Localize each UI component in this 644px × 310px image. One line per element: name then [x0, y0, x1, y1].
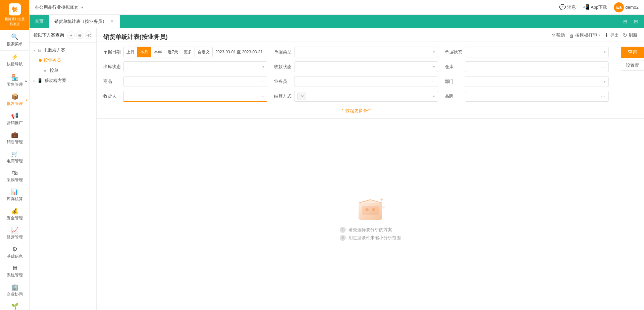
collapse-btn[interactable]: ⌃ 收起更多条件	[103, 106, 609, 114]
date-tab-this-month[interactable]: 本月	[137, 47, 151, 57]
sidebar-nav: 🏪 零售管理 ▸ 📦 批发管理 ▾ 📢 营销推广 💼 销售管理 🛒 电商管理 🛍…	[0, 70, 29, 310]
template-print-label: 按模板打印	[575, 32, 597, 38]
template-print-btn[interactable]: 🖨 按模板打印 ▾	[569, 32, 600, 38]
search-menu[interactable]: 🔍 搜索菜单	[0, 30, 29, 51]
date-tab-last-7[interactable]: 近7天	[165, 47, 181, 57]
tab-close-icon[interactable]: ✕	[109, 19, 115, 24]
tab-minimize-btn[interactable]: ⊟	[621, 17, 629, 25]
ecommerce-label: 电商管理	[7, 158, 23, 164]
filter-row-2: 出库状态 ▾ 收款状态 ▾	[103, 61, 609, 72]
doc-status-arrow-icon: ▾	[604, 50, 606, 54]
settings-btn[interactable]: 设置置	[621, 60, 644, 71]
app-download-btn[interactable]: 📲 App下载	[583, 4, 607, 10]
message-icon: 💬	[559, 4, 566, 10]
tab-sales-stat-label: 销货单统计表（按业务员）	[54, 18, 107, 24]
settlement-clear-tag[interactable]: ✕	[297, 93, 306, 100]
sidebar-item-basic[interactable]: ⚙ 基础信息	[0, 243, 29, 262]
sidebar-item-quick-nav[interactable]: ⚡ 快捷导航	[0, 51, 29, 70]
sidebar-item-purchase[interactable]: 🛍 采购管理	[0, 167, 29, 186]
export-icon: ⬇	[604, 32, 609, 38]
filter-doc-status: 单据状态 ▾	[445, 47, 609, 57]
collapse-panel-btn[interactable]: ≪	[85, 32, 92, 39]
doc-type-label: 单据类型	[274, 49, 291, 55]
date-tab-custom[interactable]: 自定义	[195, 47, 213, 57]
refresh-btn[interactable]: ↻ 刷新	[623, 32, 637, 38]
newbie-icon: 🌱	[11, 303, 18, 310]
message-btn[interactable]: 💬 消息	[559, 4, 576, 10]
svg-point-3	[372, 208, 375, 211]
tab-expand-btn[interactable]: ⊞	[632, 17, 640, 25]
out-status-select[interactable]: ▾	[123, 61, 267, 72]
query-btn[interactable]: 查询	[621, 47, 644, 58]
doc-type-select[interactable]: ▾	[294, 47, 438, 57]
warehouse-select[interactable]: ···	[465, 61, 609, 72]
quick-nav-label: 快捷导航	[7, 61, 23, 67]
enterprise-icon: 🏢	[11, 283, 18, 291]
edit-scheme-btn[interactable]: ⊕	[76, 32, 84, 39]
empty-hint-2-text: 用过滤条件来缩小分析范围	[348, 235, 401, 241]
avatar-text: Ea	[616, 5, 622, 10]
search-icon: 🔍	[11, 33, 18, 41]
tree-mobile-section[interactable]: ▸ 📱 移动端方案	[30, 75, 96, 86]
sidebar-item-newbie[interactable]: 🌱 新手引导	[0, 300, 29, 310]
tree-item-by-salesperson[interactable]: 按业务员	[30, 55, 96, 65]
panel-title: 按以下方案查询	[34, 32, 64, 38]
finance-icon: 💰	[11, 207, 18, 215]
help-btn[interactable]: ? 帮助	[552, 32, 565, 38]
date-tab-last-month[interactable]: 上月	[123, 47, 137, 57]
svg-point-6	[382, 206, 385, 209]
settlement-clear-icon[interactable]: ✕	[301, 94, 304, 99]
filter-department: 部门 ▾	[445, 76, 609, 87]
filter-receiver: 收货人 ···	[103, 91, 267, 102]
retail-label: 零售管理	[7, 82, 23, 88]
filter-container: 单据日期 上月 本月 本年 近7天 更多 自定义 20	[97, 42, 644, 119]
sidebar-item-operation[interactable]: 📈 经营管理	[0, 224, 29, 243]
date-range-value: 2023-03-01 至 2023-03-31	[215, 49, 263, 55]
goods-dots-icon: ···	[259, 79, 264, 84]
goods-select[interactable]: ···	[123, 76, 267, 87]
department-select[interactable]: ▾	[465, 76, 609, 87]
receiver-input[interactable]: ···	[123, 91, 267, 102]
add-scheme-btn[interactable]: +	[67, 32, 75, 39]
sidebar-item-finance[interactable]: 💰 资金管理	[0, 205, 29, 224]
settlement-select[interactable]: ✕ ▾	[294, 91, 438, 102]
tree-pc-section[interactable]: ▾ 🖥 电脑端方案	[30, 45, 96, 55]
purchase-icon: 🛍	[12, 169, 18, 176]
breadcrumb-dropdown-icon[interactable]: ▾	[81, 5, 83, 10]
tab-sales-stat[interactable]: 销货单统计表（按业务员） ✕	[49, 15, 120, 28]
export-btn[interactable]: ⬇ 导出	[604, 32, 619, 38]
finance-label: 资金管理	[7, 215, 23, 221]
sidebar-item-system[interactable]: 🖥 系统管理	[0, 262, 29, 281]
hint-num-2: 2	[340, 235, 346, 241]
refresh-icon: ↻	[623, 32, 627, 38]
tab-home[interactable]: 首页	[30, 15, 49, 28]
page-header: 销货单统计表(按业务员) ? 帮助 🖨 按模板打印 ▾ ⬇ 导出	[97, 28, 644, 42]
page-header-actions: ? 帮助 🖨 按模板打印 ▾ ⬇ 导出 ↻ 刷新	[552, 32, 637, 42]
sidebar-item-retail[interactable]: 🏪 零售管理 ▸	[0, 71, 29, 90]
sidebar-item-marketing[interactable]: 📢 营销推广	[0, 109, 29, 128]
salesperson-select[interactable]: ···	[294, 76, 438, 87]
filter-brand: 品牌 ···	[445, 91, 609, 102]
date-tab-more[interactable]: 更多	[181, 47, 195, 57]
sales-label: 销售管理	[7, 139, 23, 145]
sidebar-item-wholesale[interactable]: 📦 批发管理 ▾	[0, 90, 29, 109]
department-label: 部门	[445, 79, 462, 85]
brand-select[interactable]: ···	[465, 91, 609, 102]
sidebar-item-inventory[interactable]: 📊 库存核算	[0, 186, 29, 205]
template-print-dropdown-icon[interactable]: ▾	[598, 33, 600, 38]
empty-hints: 1 请先选择要分析的方案 2 用过滤条件来缩小分析范围	[340, 227, 401, 241]
active-dot-icon	[39, 59, 42, 62]
tree-item-by-order[interactable]: ≡ 按单	[30, 65, 96, 75]
date-tab-this-year[interactable]: 本年	[151, 47, 165, 57]
sidebar-item-ecommerce[interactable]: 🛒 电商管理	[0, 148, 29, 167]
content-area: 按以下方案查询 + ⊕ ≪ ▾ 🖥 电脑端方案 按业务员	[30, 28, 644, 310]
sidebar-item-sales[interactable]: 💼 销售管理	[0, 128, 29, 148]
mobile-icon: 📱	[37, 78, 43, 83]
chevron-up-icon: ⌃	[340, 108, 344, 113]
user-profile-btn[interactable]: Ea demo2	[614, 2, 639, 12]
doc-status-select[interactable]: ▾	[465, 47, 609, 57]
collection-status-select[interactable]: ▾	[294, 61, 438, 72]
chevron-down-small-icon: ▾	[34, 49, 35, 52]
doc-status-label: 单据状态	[445, 49, 462, 55]
sidebar-item-enterprise[interactable]: 🏢 企业协同	[0, 281, 29, 300]
